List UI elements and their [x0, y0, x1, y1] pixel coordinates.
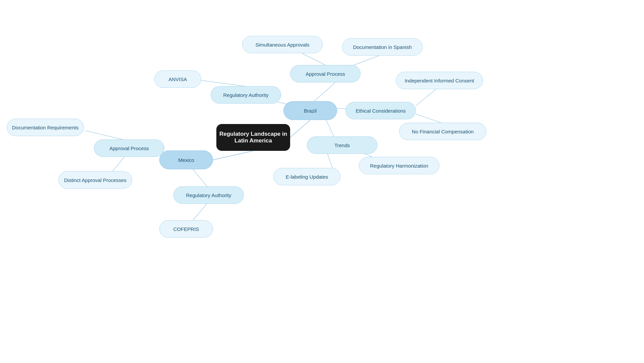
brazil-ethical-node[interactable]: Ethical Considerations — [345, 102, 416, 119]
svg-line-15 — [86, 131, 124, 140]
documentation-requirements-node[interactable]: Documentation Requirements — [7, 119, 84, 136]
cofepris-node[interactable]: COFEPRIS — [159, 220, 213, 238]
svg-line-6 — [302, 53, 325, 65]
center-node[interactable]: Regulatory Landscape in Latin America — [216, 124, 290, 151]
brazil-regulatory-authority-node[interactable]: Regulatory Authority — [211, 86, 281, 104]
regulatory-harmonization-node[interactable]: Regulatory Harmonization — [359, 157, 439, 174]
simultaneous-approvals-node[interactable]: Simultaneous Approvals — [242, 36, 323, 53]
elabeling-updates-node[interactable]: E-labeling Updates — [273, 168, 340, 185]
svg-line-10 — [416, 114, 443, 123]
svg-line-17 — [193, 204, 207, 220]
brazil-trends-node[interactable]: Trends — [307, 136, 377, 154]
svg-line-14 — [193, 169, 207, 186]
distinct-approval-processes-node[interactable]: Distinct Approval Processes — [58, 171, 132, 189]
anvisa-node[interactable]: ANVISA — [154, 70, 201, 88]
independent-informed-consent-node[interactable]: Independent Informed Consent — [396, 72, 483, 89]
mexico-regulatory-authority-node[interactable]: Regulatory Authority — [173, 186, 244, 204]
brazil-approval-process-node[interactable]: Approval Process — [290, 65, 361, 82]
mexico-node[interactable]: Mexico — [159, 150, 213, 169]
svg-line-9 — [416, 89, 436, 106]
brazil-node[interactable]: Brazil — [283, 101, 337, 120]
svg-line-1 — [213, 151, 253, 160]
mexico-approval-process-node[interactable]: Approval Process — [94, 139, 164, 157]
svg-line-8 — [201, 80, 245, 86]
svg-line-0 — [290, 120, 310, 137]
documentation-spanish-node[interactable]: Documentation in Spanish — [342, 38, 423, 56]
no-financial-compensation-node[interactable]: No Financial Compensation — [399, 123, 486, 140]
